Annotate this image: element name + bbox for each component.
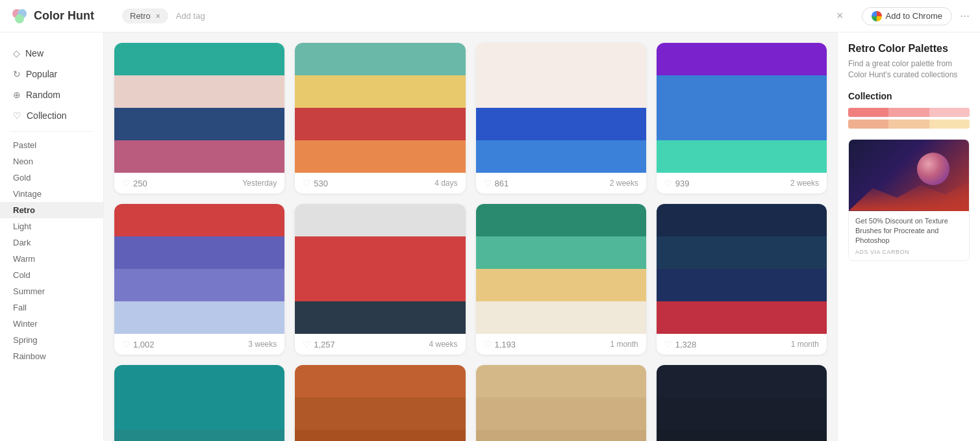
color-swatch [657, 365, 827, 397]
close-button[interactable]: × [836, 9, 844, 23]
color-swatch [295, 301, 465, 334]
palette-swatches [295, 204, 465, 334]
palette-card[interactable]: ♡ 1,328 1 month [657, 204, 827, 355]
ad-box[interactable]: Get 50% Discount on Texture Brushes for … [848, 139, 970, 261]
sidebar-tag-light[interactable]: Light [0, 218, 103, 234]
palette-time: 2 weeks [610, 179, 638, 188]
active-tag-pill[interactable]: Retro × [122, 8, 168, 23]
heart-icon: ♡ [664, 339, 673, 349]
random-icon: ⊕ [13, 90, 21, 100]
active-tag-label: Retro [130, 11, 151, 21]
ad-content: Get 50% Discount on Texture Brushes for … [849, 211, 969, 260]
collection-color-swatch [929, 108, 970, 117]
sidebar-nav-label-collection: Collection [27, 110, 66, 121]
sidebar-tag-cold[interactable]: Cold [0, 267, 103, 283]
palette-card[interactable]: ♡ 1,002 3 weeks [114, 204, 284, 355]
palette-swatches [657, 365, 827, 441]
palette-likes: ♡ 1,257 [303, 339, 335, 349]
sidebar-nav-new[interactable]: ◇New [0, 43, 103, 64]
color-swatch [295, 140, 465, 173]
color-swatch [657, 236, 827, 269]
heart-icon: ♡ [303, 178, 311, 188]
palette-card[interactable]: ♡ 939 2 weeks [657, 43, 827, 194]
palette-card[interactable] [295, 365, 465, 441]
palette-card[interactable] [657, 365, 827, 441]
palette-card[interactable]: ♡ 1,257 4 weeks [295, 204, 465, 355]
palette-card[interactable]: ♡ 250 Yesterday [114, 43, 284, 194]
color-swatch [295, 236, 465, 269]
palette-swatches [295, 365, 465, 441]
svg-point-2 [15, 14, 24, 23]
color-swatch [476, 204, 646, 236]
sidebar-tag-fall[interactable]: Fall [0, 299, 103, 316]
sidebar-tag-summer[interactable]: Summer [0, 283, 103, 299]
color-swatch [476, 365, 646, 397]
sidebar-nav: ◇New↻Popular⊕Random♡Collection [0, 43, 103, 126]
chrome-icon [872, 11, 882, 21]
heart-icon: ♡ [122, 178, 131, 188]
sidebar-tag-spring[interactable]: Spring [0, 332, 103, 348]
color-swatch [114, 236, 284, 269]
palette-footer: ♡ 861 2 weeks [476, 173, 646, 194]
palette-swatches [657, 43, 827, 173]
color-swatch [476, 108, 646, 140]
color-swatch [476, 301, 646, 334]
palette-swatches [476, 43, 646, 173]
color-swatch [657, 108, 827, 140]
color-swatch [114, 301, 284, 334]
add-tag-button[interactable]: Add tag [176, 11, 205, 21]
sidebar-nav-collection[interactable]: ♡Collection [0, 105, 103, 126]
heart-icon: ♡ [303, 339, 311, 349]
color-swatch [295, 75, 465, 108]
sidebar-nav-label-random: Random [26, 90, 60, 100]
palette-card[interactable]: ♡ 861 2 weeks [476, 43, 646, 194]
palette-time: 4 weeks [429, 340, 457, 349]
sidebar-tag-dark[interactable]: Dark [0, 234, 103, 251]
color-swatch [657, 204, 827, 236]
color-swatch [114, 430, 284, 441]
palette-swatches [114, 365, 284, 441]
palette-card[interactable]: ♡ 1,193 1 month [476, 204, 646, 355]
sidebar-tag-gold[interactable]: Gold [0, 170, 103, 186]
more-options-button[interactable]: ··· [960, 9, 970, 23]
palette-card[interactable] [114, 365, 284, 441]
sidebar-tag-pastel[interactable]: Pastel [0, 137, 103, 153]
color-swatch [657, 43, 827, 75]
palette-swatches [114, 43, 284, 173]
sidebar-tag-neon[interactable]: Neon [0, 153, 103, 170]
color-swatch [114, 108, 284, 140]
logo-text: Color Hunt [34, 9, 94, 23]
color-swatch [295, 204, 465, 236]
palette-time: 4 days [434, 179, 457, 188]
color-swatch [295, 43, 465, 75]
palette-likes: ♡ 530 [303, 178, 328, 188]
sidebar-tag-warm[interactable]: Warm [0, 251, 103, 267]
sidebar-tag-retro[interactable]: Retro [0, 202, 103, 218]
sidebar-nav-random[interactable]: ⊕Random [0, 84, 103, 105]
sidebar-nav-label-new: New [25, 48, 44, 58]
palette-card[interactable]: ♡ 530 4 days [295, 43, 465, 194]
sidebar-tag-winter[interactable]: Winter [0, 316, 103, 332]
palette-card[interactable] [476, 365, 646, 441]
palette-swatches [476, 204, 646, 334]
sidebar-tag-vintage[interactable]: Vintage [0, 186, 103, 202]
sidebar-tag-rainbow[interactable]: Rainbow [0, 348, 103, 364]
color-swatch [295, 108, 465, 140]
heart-icon: ♡ [484, 339, 492, 349]
likes-count: 939 [675, 179, 690, 188]
palette-likes: ♡ 1,002 [122, 339, 155, 349]
likes-count: 1,328 [675, 340, 697, 349]
sidebar-nav-label-popular: Popular [26, 69, 57, 79]
sidebar-nav-popular[interactable]: ↻Popular [0, 64, 103, 84]
color-swatch [657, 269, 827, 301]
main-layout: ◇New↻Popular⊕Random♡Collection PastelNeo… [0, 32, 980, 441]
color-swatch [114, 75, 284, 108]
ad-description: Get 50% Discount on Texture Brushes for … [855, 216, 962, 246]
tag-close-icon[interactable]: × [156, 12, 160, 21]
likes-count: 861 [495, 179, 509, 188]
palette-likes: ♡ 939 [664, 178, 690, 188]
palette-footer: ♡ 1,257 4 weeks [295, 334, 465, 355]
add-to-chrome-button[interactable]: Add to Chrome [862, 7, 952, 25]
color-swatch [114, 397, 284, 430]
color-swatch [295, 397, 465, 430]
